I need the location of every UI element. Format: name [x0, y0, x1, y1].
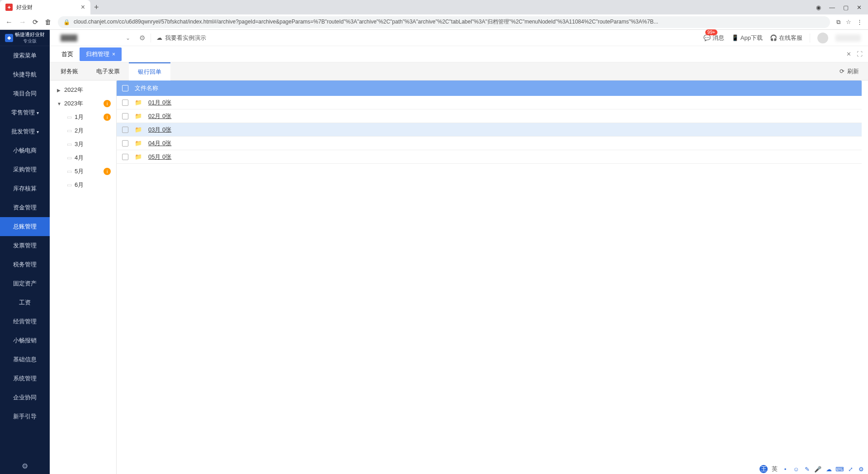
sidebar-item-label: 基础信息	[13, 356, 37, 364]
file-name-link[interactable]: 05月 0张	[148, 153, 171, 161]
maximize-icon[interactable]: ▢	[843, 4, 849, 11]
tree-month-4[interactable]: ▭5月i	[50, 165, 116, 178]
sidebar-item-11[interactable]: 税务管理	[0, 255, 50, 274]
tree-month-2[interactable]: ▭3月	[50, 137, 116, 151]
sidebar-item-label: 企业协同	[13, 393, 37, 402]
ime-dot-icon[interactable]: •	[781, 465, 789, 473]
avatar[interactable]	[817, 33, 828, 43]
refresh-button[interactable]: ⟳ 刷新	[840, 67, 866, 76]
table-row[interactable]: 📁02月 0张	[117, 109, 862, 123]
tree-month-5[interactable]: ▭6月	[50, 178, 116, 192]
select-all-checkbox[interactable]	[122, 85, 128, 91]
company-selector[interactable]: ████ ⌄	[57, 33, 134, 43]
ime-edit-icon[interactable]: ✎	[803, 465, 811, 473]
tree-month-1[interactable]: ▭2月	[50, 124, 116, 137]
address-bar: ← → ⟳ 🗑 🔒 cloud.chanjet.com/cc/u6d89qwnr…	[0, 14, 868, 30]
sidebar-item-2[interactable]: 项目合同	[0, 84, 50, 103]
brand-sub: 专业版	[15, 38, 45, 44]
sidebar-item-label: 零售管理	[11, 109, 35, 117]
sub-tab-1[interactable]: 电子发票	[87, 62, 129, 81]
trash-icon[interactable]: 🗑	[45, 18, 52, 26]
table-row[interactable]: 📁01月 0张	[117, 96, 862, 109]
sidebar-item-7[interactable]: 库存核算	[0, 179, 50, 198]
account-icon[interactable]: ◉	[816, 4, 821, 11]
folder-icon: ▭	[67, 182, 72, 188]
ime-gear-icon[interactable]: ⚙	[857, 465, 865, 473]
tab-close-icon[interactable]: ×	[81, 3, 85, 11]
page-tab-1[interactable]: 归档管理×	[80, 47, 122, 61]
ime-keyboard-icon[interactable]: ⌨	[835, 465, 844, 473]
demo-link[interactable]: ☁ 我要看实例演示	[156, 34, 206, 42]
ime-lang[interactable]: 英	[770, 465, 778, 473]
app-download-button[interactable]: 📱 App下载	[731, 34, 763, 42]
tree-year-0[interactable]: ▶2022年	[50, 83, 116, 97]
sidebar-item-19[interactable]: 新手引导	[0, 407, 50, 426]
sidebar-item-3[interactable]: 零售管理▾	[0, 103, 50, 122]
tree-year-1[interactable]: ▼2023年i	[50, 97, 116, 110]
close-window-icon[interactable]: ✕	[857, 4, 862, 11]
ime-mic-icon[interactable]: 🎤	[814, 465, 822, 473]
ime-toolbar: 王 英 • ☺ ✎ 🎤 ☁ ⌨ ⤢ ⚙	[760, 465, 865, 473]
sidebar-item-9[interactable]: 总账管理	[0, 217, 50, 236]
sidebar-item-12[interactable]: 固定资产	[0, 274, 50, 293]
table-row[interactable]: 📁05月 0张	[117, 150, 862, 164]
table-row[interactable]: 📁03月 0张	[117, 123, 862, 137]
ime-expand-icon[interactable]: ⤢	[846, 465, 854, 473]
ime-logo-icon[interactable]: 王	[760, 465, 768, 473]
sidebar-item-4[interactable]: 批发管理▾	[0, 122, 50, 141]
sidebar-item-0[interactable]: 搜索菜单	[0, 46, 50, 65]
sub-tab-2[interactable]: 银行回单	[129, 62, 170, 81]
sidebar-item-17[interactable]: 系统管理	[0, 369, 50, 388]
ime-smile-icon[interactable]: ☺	[792, 465, 800, 473]
sidebar-item-6[interactable]: 采购管理	[0, 160, 50, 179]
bookmark-icon[interactable]: ☆	[846, 19, 851, 26]
file-name-link[interactable]: 04月 0张	[148, 139, 171, 147]
browser-tab[interactable]: ✦ 好业财 ×	[0, 0, 90, 14]
file-name-link[interactable]: 03月 0张	[148, 126, 171, 134]
row-checkbox[interactable]	[122, 100, 128, 106]
sidebar-item-1[interactable]: 快捷导航	[0, 65, 50, 84]
sidebar-item-10[interactable]: 发票管理	[0, 236, 50, 255]
chevron-down-icon: ▾	[37, 110, 39, 115]
row-checkbox[interactable]	[122, 113, 128, 119]
tree-month-0[interactable]: ▭1月i	[50, 110, 116, 124]
new-tab-button[interactable]: +	[94, 3, 99, 12]
sidebar-item-14[interactable]: 经营管理	[0, 312, 50, 331]
sidebar-item-16[interactable]: 基础信息	[0, 350, 50, 369]
tab-title: 好业财	[16, 4, 77, 11]
sidebar-item-13[interactable]: 工资	[0, 293, 50, 312]
service-button[interactable]: 🎧 在线客服	[770, 34, 802, 42]
sidebar-item-8[interactable]: 资金管理	[0, 198, 50, 217]
table-row[interactable]: 📁04月 0张	[117, 137, 862, 150]
minimize-icon[interactable]: —	[829, 4, 835, 11]
file-name-link[interactable]: 02月 0张	[148, 112, 171, 120]
kebab-icon[interactable]: ⋮	[857, 19, 863, 26]
sidebar-settings-icon[interactable]: ⚙	[0, 458, 50, 474]
row-checkbox[interactable]	[122, 140, 128, 147]
ime-cloud-icon[interactable]: ☁	[825, 465, 833, 473]
back-icon[interactable]: ←	[5, 18, 13, 26]
sidebar-item-5[interactable]: 小畅电商	[0, 141, 50, 160]
messages-button[interactable]: 99+ 💬 消息	[703, 34, 724, 42]
headset-icon: 🎧	[770, 34, 777, 41]
chevron-right-icon: ▶	[57, 88, 61, 93]
install-icon[interactable]: ⧉	[836, 19, 840, 26]
sidebar-item-15[interactable]: 小畅报销	[0, 331, 50, 350]
company-settings-icon[interactable]: ⚙	[139, 34, 145, 42]
file-name-link[interactable]: 01月 0张	[148, 99, 171, 107]
page-tab-0[interactable]: 首页	[55, 47, 80, 61]
row-checkbox[interactable]	[122, 127, 128, 133]
url-field[interactable]: 🔒 cloud.chanjet.com/cc/u6d89qwnryel/57bf…	[58, 16, 830, 28]
row-checkbox[interactable]	[122, 154, 128, 160]
tree-month-3[interactable]: ▭4月	[50, 151, 116, 165]
folder-icon: 📁	[135, 140, 142, 147]
fullscreen-icon[interactable]: ⛶	[857, 51, 863, 57]
close-icon[interactable]: ×	[112, 51, 115, 57]
close-all-tabs-icon[interactable]: ✕	[846, 51, 851, 57]
sidebar-item-label: 系统管理	[13, 374, 37, 383]
forward-icon[interactable]: →	[19, 18, 26, 26]
chevron-down-icon: ▼	[57, 101, 61, 106]
sub-tab-0[interactable]: 财务账	[52, 62, 87, 81]
reload-icon[interactable]: ⟳	[33, 18, 38, 26]
sidebar-item-18[interactable]: 企业协同	[0, 388, 50, 407]
